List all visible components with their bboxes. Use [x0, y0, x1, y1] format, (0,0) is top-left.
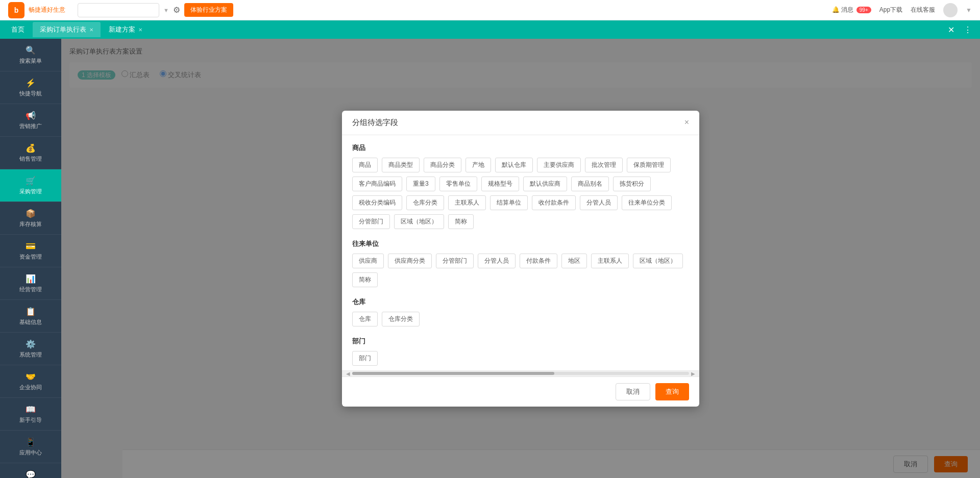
field-tag[interactable]: 仓库分类: [406, 195, 444, 210]
tab-new-plan-close[interactable]: ✕: [138, 27, 142, 33]
scroll-left-arrow[interactable]: ◀: [344, 371, 352, 376]
modal-close-button[interactable]: ×: [684, 118, 689, 127]
settings-icon[interactable]: ⚙: [173, 5, 180, 15]
marketing-icon: 📢: [26, 110, 36, 120]
field-tag[interactable]: 分管部门: [436, 254, 474, 268]
field-tag[interactable]: 供应商分类: [388, 254, 432, 268]
scroll-track[interactable]: [352, 372, 689, 375]
logo-icon: b: [8, 2, 24, 18]
field-tag[interactable]: 简称: [448, 214, 474, 229]
sidebar-item-guide[interactable]: 📖 新手引导: [0, 398, 61, 431]
field-tag[interactable]: 商品分类: [424, 158, 461, 172]
header-search-input[interactable]: [78, 3, 159, 17]
main-layout: 🔍 搜索菜单 ⚡ 快捷导航 📢 营销推广 💰 销售管理 🛒 采购管理 📦 库存核…: [0, 39, 980, 478]
system-icon: ⚙️: [26, 339, 36, 349]
field-tag[interactable]: 分管人员: [580, 195, 618, 210]
field-tag[interactable]: 往来单位分类: [622, 195, 672, 210]
top-header: b 畅捷通好生意 ▼ ⚙ 体验行业方案 🔔 消息 99+ App下载 在线客服 …: [0, 0, 980, 20]
app-icon: 📱: [26, 437, 36, 447]
field-tag[interactable]: 产地: [465, 158, 491, 172]
field-tag[interactable]: 区域（地区）: [633, 254, 683, 268]
sidebar-item-purchase[interactable]: 🛒 采购管理: [0, 169, 61, 202]
field-tag[interactable]: 区域（地区）: [394, 214, 444, 229]
field-tag[interactable]: 保质期管理: [627, 158, 671, 172]
tab-new-plan[interactable]: 新建方案 ✕: [102, 22, 150, 37]
field-tag[interactable]: 重量3: [406, 177, 435, 191]
tabs-close-all[interactable]: ✕: [944, 25, 959, 35]
tab-new-plan-label: 新建方案: [109, 25, 135, 34]
field-tag[interactable]: 主联系人: [591, 254, 629, 268]
sidebar-item-wechat[interactable]: 💬 企业微信: [0, 463, 61, 478]
field-tag[interactable]: 零售单位: [439, 177, 477, 191]
header-search: ▼ ⚙ 体验行业方案: [78, 3, 832, 17]
field-tag[interactable]: 税收分类编码: [352, 195, 402, 210]
field-tag[interactable]: 商品类型: [382, 158, 420, 172]
scroll-thumb[interactable]: [352, 372, 554, 375]
field-tag[interactable]: 主联系人: [448, 195, 486, 210]
section-partners: 往来单位 供应商 供应商分类 分管部门 分管人员 付款条件 地区 主联系人 区域…: [352, 239, 689, 287]
field-tag[interactable]: 部门: [352, 351, 378, 366]
app-download[interactable]: App下载: [879, 6, 902, 14]
modal-cancel-button[interactable]: 取消: [616, 383, 650, 400]
online-service[interactable]: 在线客服: [911, 6, 935, 14]
sidebar-item-inventory[interactable]: 📦 库存核算: [0, 202, 61, 235]
modal-confirm-button[interactable]: 查询: [655, 383, 689, 400]
field-tag[interactable]: 结算单位: [490, 195, 528, 210]
field-tag[interactable]: 地区: [561, 254, 587, 268]
section-department: 部门 部门: [352, 337, 689, 366]
field-tag[interactable]: 默认供应商: [523, 177, 567, 191]
tabs-more[interactable]: ⋮: [960, 25, 976, 35]
field-tag[interactable]: 收付款条件: [532, 195, 576, 210]
field-tag[interactable]: 供应商: [352, 254, 384, 268]
tab-purchase-list[interactable]: 采购订单执行表 ✕: [33, 22, 101, 37]
search-icon: 🔍: [26, 45, 36, 55]
modal-header: 分组待选字段 ×: [342, 111, 699, 135]
field-tag[interactable]: 商品: [352, 158, 378, 172]
sidebar-item-system-label: 系统管理: [19, 351, 42, 359]
section-department-title: 部门: [352, 337, 689, 346]
tab-home-label: 首页: [11, 25, 24, 34]
section-product-tags: 商品 商品类型 商品分类 产地 默认仓库 主要供应商 批次管理 保质期管理 客户…: [352, 158, 689, 229]
field-tag[interactable]: 客户商品编码: [352, 177, 402, 191]
modal-horizontal-scrollbar[interactable]: ◀ ▶: [342, 370, 699, 376]
scroll-right-arrow[interactable]: ▶: [689, 371, 697, 376]
tab-home[interactable]: 首页: [4, 22, 32, 37]
sidebar-item-search[interactable]: 🔍 搜索菜单: [0, 39, 61, 71]
sidebar-item-marketing-label: 营销推广: [19, 122, 42, 130]
field-tag[interactable]: 拣货积分: [613, 177, 651, 191]
operation-icon: 📊: [26, 273, 36, 284]
user-avatar[interactable]: [943, 3, 958, 17]
message-area[interactable]: 🔔 消息 99+: [832, 6, 871, 14]
sidebar-item-system[interactable]: ⚙️ 系统管理: [0, 333, 61, 365]
user-menu-arrow[interactable]: ▼: [966, 7, 972, 14]
solution-button[interactable]: 体验行业方案: [184, 3, 233, 17]
sidebar-item-basic-label: 基础信息: [19, 318, 42, 326]
tab-purchase-list-close[interactable]: ✕: [89, 27, 93, 33]
sidebar-item-marketing[interactable]: 📢 营销推广: [0, 104, 61, 137]
sidebar-item-basic[interactable]: 📋 基础信息: [0, 300, 61, 333]
sidebar-item-app[interactable]: 📱 应用中心: [0, 431, 61, 463]
field-tag[interactable]: 分管人员: [478, 254, 516, 268]
field-select-modal: 分组待选字段 × 商品 商品 商品类型 商品分类 产地 默认仓库 主要供应商: [342, 111, 699, 407]
guide-icon: 📖: [26, 404, 36, 414]
sidebar-item-sales[interactable]: 💰 销售管理: [0, 137, 61, 169]
section-warehouse: 仓库 仓库 仓库分类: [352, 297, 689, 326]
sidebar-item-operation[interactable]: 📊 经营管理: [0, 267, 61, 300]
sidebar-item-collab[interactable]: 🤝 企业协同: [0, 365, 61, 398]
sidebar-item-quick[interactable]: ⚡ 快捷导航: [0, 71, 61, 104]
inventory-icon: 📦: [26, 208, 36, 218]
field-tag[interactable]: 批次管理: [585, 158, 623, 172]
field-tag[interactable]: 仓库分类: [382, 312, 420, 326]
sidebar-item-finance[interactable]: 💳 资金管理: [0, 235, 61, 267]
content-area: 采购订单执行表方案设置 1 选择模板 汇总表 交叉统计表 分组待选字段 ×: [61, 39, 980, 478]
field-tag[interactable]: 默认仓库: [495, 158, 533, 172]
field-tag[interactable]: 商品别名: [571, 177, 609, 191]
sidebar-item-sales-label: 销售管理: [19, 155, 42, 163]
section-partners-tags: 供应商 供应商分类 分管部门 分管人员 付款条件 地区 主联系人 区域（地区） …: [352, 254, 689, 287]
field-tag[interactable]: 分管部门: [352, 214, 390, 229]
field-tag[interactable]: 仓库: [352, 312, 378, 326]
field-tag[interactable]: 主要供应商: [537, 158, 581, 172]
field-tag[interactable]: 规格型号: [481, 177, 519, 191]
field-tag[interactable]: 简称: [352, 272, 378, 287]
field-tag[interactable]: 付款条件: [520, 254, 557, 268]
